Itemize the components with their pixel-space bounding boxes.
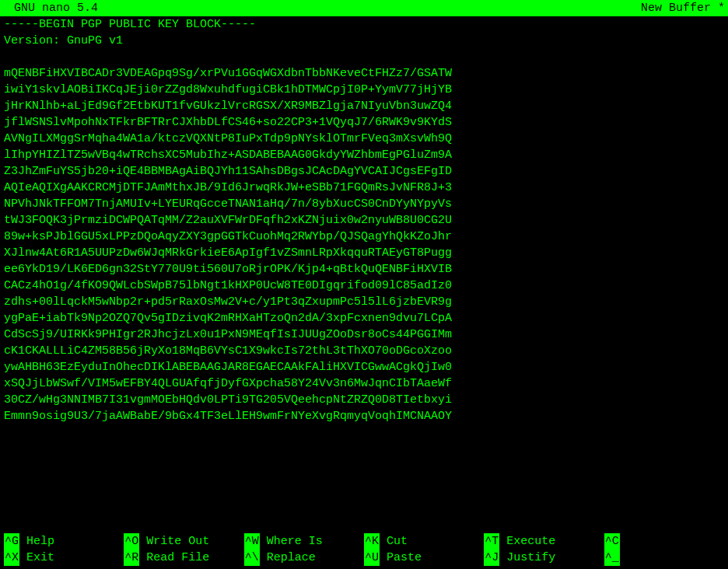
- content-line[interactable]: Version: GnuPG v1: [4, 33, 724, 49]
- content-line[interactable]: ee6YkD19/LK6ED6gn32StY770U9ti560U7oRjrOP…: [4, 261, 724, 278]
- content-line[interactable]: jHrKNlhb+aLjEd9Gf2EtbKUT1fvGUkzlVrcRGSX/…: [4, 98, 724, 114]
- content-line[interactable]: zdhs+00lLqckM5wNbp2r+pd5rRaxOsMw2V+c/y1P…: [4, 294, 724, 310]
- shortcut-key: ^T: [484, 533, 499, 550]
- shortcut-item[interactable]: ^UPaste: [364, 550, 484, 566]
- content-line[interactable]: XJlnw4At6R1A5UUPzDw6WJqMRkGrkieE6ApIgf1v…: [4, 245, 724, 261]
- buffer-status: New Buffer *: [641, 0, 725, 16]
- content-line[interactable]: lIhpYHIZlTZ5wVBq4wTRchsXC5MubIhz+ASDABEB…: [4, 147, 724, 163]
- content-line[interactable]: ywAHBH63EzEyduInOhecDIKlABEBAAGJAR8EGAEC…: [4, 359, 724, 375]
- titlebar: GNU nano 5.4 New Buffer *: [0, 0, 728, 16]
- shortcut-key: ^O: [124, 533, 139, 550]
- content-line[interactable]: AQIeAQIXgAAKCRCMjDTFJAmMthxJB/9Id6JrwqRk…: [4, 180, 724, 196]
- shortcut-item[interactable]: ^_: [604, 550, 724, 566]
- shortcut-label: Where Is: [267, 533, 323, 550]
- content-line[interactable]: NPVhJNkTFFOM7TnjAMUIv+LYEURqGcceTNAN1aHq…: [4, 196, 724, 212]
- shortcut-item[interactable]: ^OWrite Out: [124, 533, 243, 550]
- shortcut-item[interactable]: ^\Replace: [244, 550, 364, 566]
- shortcut-row-2: ^XExit^RRead File^\Replace^UPaste^JJusti…: [4, 550, 724, 566]
- shortcut-item[interactable]: ^C: [604, 533, 724, 550]
- shortcut-label: Justify: [506, 550, 555, 566]
- shortcut-label: Exit: [26, 550, 54, 566]
- shortcut-label: Cut: [387, 533, 408, 550]
- shortcut-label: Replace: [267, 550, 316, 566]
- shortcut-item[interactable]: ^WWhere Is: [244, 533, 364, 550]
- content-line[interactable]: iwiY1skvlAOBiIKCqJEji0rZZgd8WxuhdfugiCBk…: [4, 82, 724, 98]
- shortcut-key: ^R: [124, 550, 139, 566]
- shortcut-label: Execute: [506, 533, 555, 550]
- content-line[interactable]: [4, 49, 724, 65]
- shortcut-bar: ^GHelp^OWrite Out^WWhere Is^KCut^TExecut…: [0, 533, 728, 566]
- shortcut-key: ^U: [364, 550, 380, 566]
- shortcut-key: ^X: [4, 550, 19, 566]
- shortcut-key: ^J: [484, 550, 499, 566]
- shortcut-item[interactable]: ^XExit: [4, 550, 124, 566]
- content-line[interactable]: 30CZ/wHg3NNIMB7I31vgmMOEbHQdv0LPTi9TG205…: [4, 392, 724, 408]
- content-line[interactable]: xSQJjLbWSwf/VIM5wEFBY4QLGUAfqfjDyfGXpcha…: [4, 375, 724, 392]
- app-name: GNU nano 5.4: [3, 0, 98, 16]
- content-line[interactable]: CdScSj9/UIRKk9PHIgr2RJhcjzLx0u1PxN9MEqfI…: [4, 326, 724, 343]
- shortcut-item[interactable]: ^RRead File: [124, 550, 243, 566]
- shortcut-item[interactable]: ^KCut: [364, 533, 484, 550]
- content-line[interactable]: CACz4hO1g/4fKO9QWLcbSWpB75lbNgt1kHXP0UcW…: [4, 278, 724, 294]
- shortcut-key: ^K: [364, 533, 380, 550]
- shortcut-item[interactable]: ^TExecute: [484, 533, 604, 550]
- content-line[interactable]: 89w+ksPJblGGU5xLPPzDQoAqyZXY3gpGGTkCuohM…: [4, 229, 724, 245]
- content-line[interactable]: Emmn9osig9U3/7jaAWBabE/9bGx4TF3eLlEH9wmF…: [4, 408, 724, 424]
- shortcut-label: Read File: [146, 550, 209, 566]
- shortcut-key: ^\: [244, 550, 260, 566]
- editor-content[interactable]: -----BEGIN PGP PUBLIC KEY BLOCK-----Vers…: [0, 16, 728, 424]
- shortcut-key: ^C: [604, 533, 620, 550]
- shortcut-item[interactable]: ^GHelp: [4, 533, 124, 550]
- shortcut-label: Help: [26, 533, 54, 550]
- content-line[interactable]: Z3JhZmFuYS5jb20+iQE4BBMBAgAiBQJYh11SAhsD…: [4, 163, 724, 180]
- content-line[interactable]: AVNgILXMggSrMqha4WA1a/ktczVQXNtP8IuPxTdp…: [4, 131, 724, 147]
- shortcut-row-1: ^GHelp^OWrite Out^WWhere Is^KCut^TExecut…: [4, 533, 724, 550]
- content-line[interactable]: tWJ3FOQK3jPrmziDCWPQATqMM/Z2auXVFWrDFqfh…: [4, 212, 724, 229]
- shortcut-label: Write Out: [146, 533, 209, 550]
- shortcut-item[interactable]: ^JJustify: [484, 550, 604, 566]
- shortcut-key: ^G: [4, 533, 19, 550]
- content-line[interactable]: jflWSNSlvMpohNxTFkrBFTRrCJXhbDLfCS46+so2…: [4, 114, 724, 131]
- content-line[interactable]: ygPaE+iabTk9Np2OZQ7Qv5gIDzivqK2mRHXaHTzo…: [4, 310, 724, 326]
- shortcut-key: ^_: [604, 550, 620, 566]
- content-line[interactable]: -----BEGIN PGP PUBLIC KEY BLOCK-----: [4, 16, 724, 33]
- shortcut-label: Paste: [387, 550, 422, 566]
- shortcut-key: ^W: [244, 533, 260, 550]
- content-line[interactable]: mQENBFiHXVIBCADr3VDEAGpq9Sg/xrPVu1GGqWGX…: [4, 65, 724, 82]
- content-line[interactable]: cK1CKALLLiC4ZM58B56jRyXo18MqB6VYsC1X9wkc…: [4, 343, 724, 359]
